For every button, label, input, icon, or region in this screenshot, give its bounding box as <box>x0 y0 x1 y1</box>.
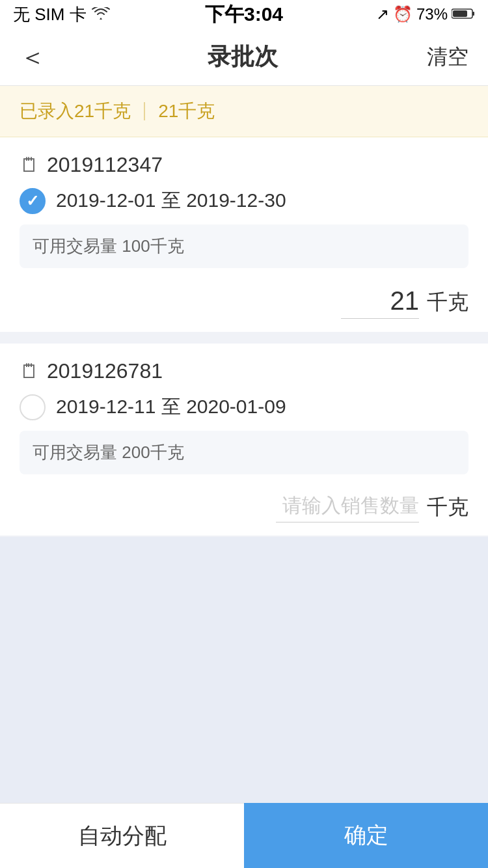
input-underline-2 <box>276 522 419 522</box>
input-unit-2: 千克 <box>427 493 468 522</box>
batch-id-icon-1: 🗒 <box>20 154 39 176</box>
check-mark-1: ✓ <box>26 192 39 210</box>
carrier-text: 无 SIM 卡 <box>13 3 87 26</box>
clear-button[interactable]: 清空 <box>427 43 468 72</box>
empty-area <box>0 537 488 810</box>
batch-id-2: 2019126781 <box>47 359 163 383</box>
alarm-icon: ⏰ <box>393 5 413 23</box>
amount-unit-1: 千克 <box>427 288 468 317</box>
svg-rect-2 <box>453 10 467 17</box>
summary-value: 21千克 <box>158 99 215 124</box>
batch-date-1: 2019-12-01 至 2019-12-30 <box>56 187 286 214</box>
status-right: ↗ ⏰ 73% <box>376 5 475 23</box>
batch-header-2: 🗒 2019126781 <box>0 344 488 388</box>
amount-underline-1 <box>341 318 419 319</box>
auto-distribute-button[interactable]: 自动分配 <box>0 803 244 868</box>
back-button[interactable]: ＜ <box>20 39 59 75</box>
confirm-button[interactable]: 确定 <box>244 803 488 868</box>
svg-rect-1 <box>472 12 474 16</box>
status-left: 无 SIM 卡 <box>13 3 110 26</box>
batch-date-row-1: ✓ 2019-12-01 至 2019-12-30 <box>0 182 488 219</box>
input-placeholder-wrapper-2: 请输入销售数量 <box>276 493 419 522</box>
batch-id-1: 2019112347 <box>47 153 163 177</box>
batch-date-row-2: 2019-12-11 至 2020-01-09 <box>0 388 488 426</box>
status-bar: 无 SIM 卡 下午3:04 ↗ ⏰ 73% <box>0 0 488 29</box>
status-time: 下午3:04 <box>205 1 283 28</box>
batch-available-2: 可用交易量 200千克 <box>20 431 468 474</box>
amount-input-wrapper-1: 21 <box>341 286 419 319</box>
section-divider <box>0 333 488 344</box>
input-placeholder-2[interactable]: 请输入销售数量 <box>282 493 419 519</box>
bottom-bar: 自动分配 确定 <box>0 803 488 868</box>
summary-banner: 已录入21千克 21千克 <box>0 86 488 137</box>
radio-button-2[interactable] <box>20 394 46 420</box>
amount-row-1: 21 千克 <box>0 276 488 332</box>
wifi-icon <box>92 5 110 25</box>
input-row-2: 请输入销售数量 千克 <box>0 482 488 536</box>
summary-divider <box>144 102 145 120</box>
batch-date-2: 2019-12-11 至 2020-01-09 <box>56 394 286 420</box>
radio-button-1[interactable]: ✓ <box>20 188 46 214</box>
summary-label: 已录入21千克 <box>20 99 131 124</box>
page-title: 录批次 <box>208 41 278 73</box>
batch-id-icon-2: 🗒 <box>20 360 39 383</box>
batch-header-1: 🗒 2019112347 <box>0 137 488 182</box>
location-icon: ↗ <box>376 5 389 23</box>
nav-bar: ＜ 录批次 清空 <box>0 29 488 86</box>
batch-card-2: 🗒 2019126781 2019-12-11 至 2020-01-09 可用交… <box>0 344 488 536</box>
amount-value-1[interactable]: 21 <box>367 286 419 316</box>
content-area: 🗒 2019112347 ✓ 2019-12-01 至 2019-12-30 可… <box>0 137 488 868</box>
battery-icon <box>452 5 475 23</box>
battery-text: 73% <box>416 5 448 23</box>
batch-card-1: 🗒 2019112347 ✓ 2019-12-01 至 2019-12-30 可… <box>0 137 488 332</box>
batch-available-1: 可用交易量 100千克 <box>20 224 468 268</box>
